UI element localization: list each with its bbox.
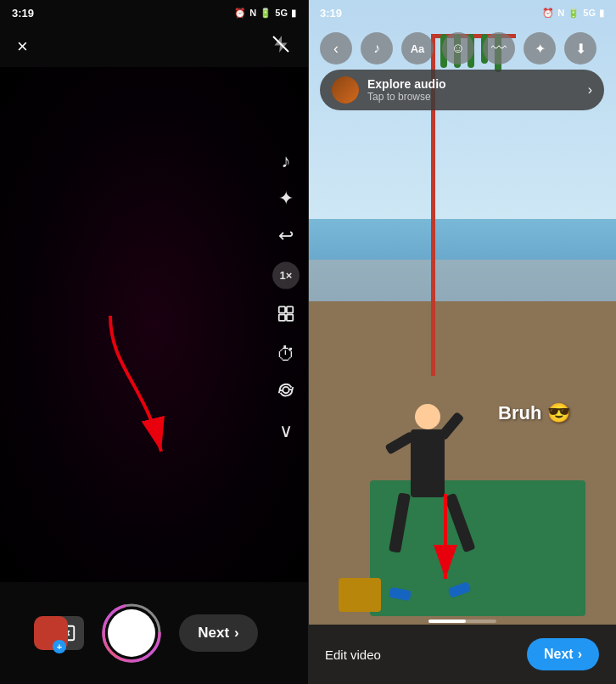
arrow-indicator-left [76, 316, 178, 472]
camera-flip-icon[interactable] [277, 380, 295, 404]
svg-rect-1 [279, 306, 285, 312]
flash-button[interactable] [271, 34, 291, 59]
explore-audio-title: Explore audio [367, 77, 446, 91]
explore-audio-chevron: › [588, 82, 592, 98]
record-button[interactable] [101, 603, 162, 664]
explore-audio-text: Explore audio Tap to browse [367, 77, 446, 103]
svg-rect-2 [287, 306, 293, 312]
explore-audio-subtitle: Tap to browse [367, 91, 446, 103]
camera-view: ♪ ✦ ↩ 1× ⏱ ∨ [0, 67, 308, 582]
record-inner-circle [108, 609, 155, 657]
effects-tool-button[interactable]: ✦ [524, 32, 556, 64]
next-label-right: Next [544, 647, 574, 662]
next-button-right[interactable]: Next › [527, 638, 599, 670]
draw-tool-button[interactable]: 〰 [483, 32, 515, 64]
next-chevron-right: › [578, 647, 582, 662]
wifi-icon: 🔋 [260, 8, 272, 19]
signal-icon: 5G [275, 8, 288, 18]
back-chevron-icon: ‹ [333, 40, 339, 58]
left-panel: 3:19 ⏰ N 🔋 5G ▮ × ♪ ✦ ↩ 1× [0, 0, 308, 684]
emoji-icon: ☺ [451, 41, 465, 56]
network-icon: N [249, 8, 256, 18]
network-icon-r: N [557, 8, 564, 18]
layout-icon[interactable] [277, 304, 295, 328]
download-button[interactable]: ⬇ [564, 32, 596, 64]
gallery-plus-icon: + [53, 640, 66, 653]
crosshair-icon: ✦ [535, 41, 546, 57]
svg-point-5 [283, 386, 288, 392]
squiggle-icon: 〰 [491, 40, 507, 58]
right-bottom-bar: Edit video Next › [308, 625, 616, 684]
alarm-icon: ⏰ [234, 8, 246, 19]
next-chevron: › [234, 625, 239, 642]
wifi-icon-r: 🔋 [568, 8, 580, 19]
text-icon: Aa [411, 42, 425, 55]
time-left: 3:19 [12, 7, 34, 20]
undo-icon[interactable]: ↩ [278, 224, 294, 246]
progress-fill [428, 620, 466, 623]
sparkle-icon[interactable]: ✦ [278, 187, 294, 209]
time-right: 3:19 [320, 7, 342, 20]
emoji-tool-button[interactable]: ☺ [442, 32, 474, 64]
video-progress-bar[interactable] [428, 620, 496, 623]
music-note-icon: ♪ [373, 41, 380, 56]
text-tool-button[interactable]: Aa [401, 32, 434, 64]
next-button[interactable]: Next › [179, 614, 258, 652]
speed-label[interactable]: 1× [272, 261, 300, 289]
close-button[interactable]: × [17, 36, 28, 58]
svg-rect-4 [287, 314, 293, 320]
arrow-indicator-right [412, 494, 479, 599]
svg-rect-3 [279, 314, 285, 320]
battery-icon: ▮ [291, 8, 296, 19]
timer-icon[interactable]: ⏱ [277, 343, 295, 365]
edit-video-button[interactable]: Edit video [325, 648, 381, 662]
panel-divider [308, 0, 309, 684]
back-button[interactable]: ‹ [320, 32, 352, 64]
alarm-icon-r: ⏰ [542, 8, 554, 19]
music-tool-button[interactable]: ♪ [361, 32, 393, 64]
music-icon[interactable]: ♪ [282, 149, 291, 171]
left-top-bar: × [0, 25, 308, 67]
right-panel: 3:19 ⏰ N 🔋 5G ▮ ‹ ♪ Aa ☺ 〰 ✦ ⬇ [308, 0, 616, 684]
status-icons-right: ⏰ N 🔋 5G ▮ [542, 8, 604, 19]
right-top-bar: ‹ ♪ Aa ☺ 〰 ✦ ⬇ [308, 25, 616, 71]
status-bar-right: 3:19 ⏰ N 🔋 5G ▮ [308, 0, 616, 25]
next-label: Next [198, 625, 229, 642]
bottom-controls: + [0, 582, 308, 684]
explore-audio-badge[interactable]: Explore audio Tap to browse › [320, 70, 604, 110]
download-icon: ⬇ [575, 41, 586, 57]
right-tools: ♪ ✦ ↩ 1× ⏱ ∨ [272, 149, 300, 441]
bruh-text-overlay[interactable]: Bruh 😎 [498, 402, 569, 424]
status-icons-left: ⏰ N 🔋 5G ▮ [234, 8, 296, 19]
svg-rect-7 [42, 625, 59, 642]
status-bar-left: 3:19 ⏰ N 🔋 5G ▮ [0, 0, 308, 25]
signal-icon-r: 5G [583, 8, 596, 18]
chevron-down-icon[interactable]: ∨ [279, 419, 293, 441]
audio-avatar [332, 76, 359, 104]
battery-icon-r: ▮ [599, 8, 604, 19]
